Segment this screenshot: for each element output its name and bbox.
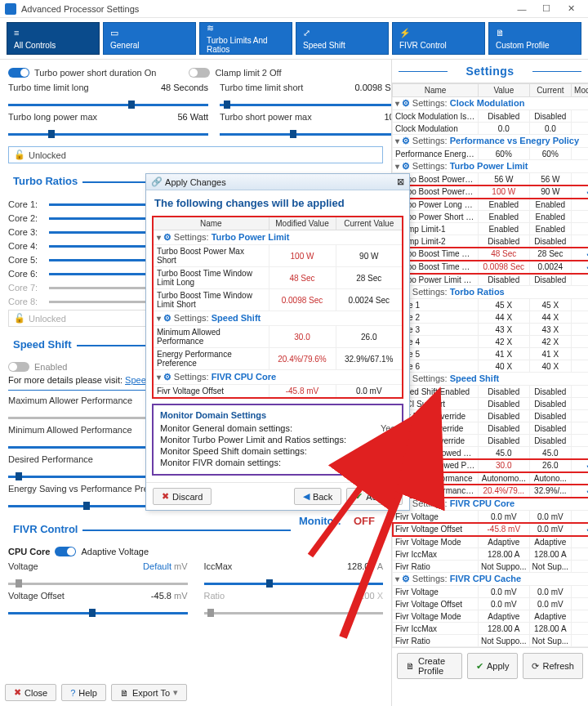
table-row[interactable]: Turbo Boost Time Wind...48 Sec28 Sec✓ [393,248,589,261]
dialog-changes-table: NameModified ValueCurrent Value ⚙ Turbo … [152,216,403,399]
left-buttons: ✖ Close ? Help 🗎 Export To ▾ [0,679,392,706]
dialog-row: Turbo Boost Power Max Short100 W90 W [153,245,403,267]
slider-fivr-voltage[interactable] [8,578,188,589]
table-row[interactable]: Core 343 X43 X [393,324,589,336]
section-fivr: FIVR ControlMonitor: OFF [8,530,383,543]
core-label: Core 7: [8,283,49,293]
core-label: Core 2: [8,213,49,223]
toggle-adaptive-voltage[interactable] [55,547,76,556]
tab-speed-shift[interactable]: ⤢Speed Shift [296,22,389,55]
maximize-button[interactable]: ☐ [534,3,559,14]
table-row[interactable]: Energy Performance Pr...20.4%/79...32.9%… [393,485,589,498]
table-row[interactable]: Fivr Voltage0.0 mV0.0 mV [393,586,589,598]
table-row[interactable]: Performance Energy Po...60%60% [393,148,589,160]
tab-all-controls[interactable]: ≡All Controls [7,22,100,55]
slider-fivr-offset[interactable] [8,607,188,619]
accept-button[interactable]: ✔ Accept [346,488,403,505]
slider-turbo-long-power[interactable] [8,128,208,140]
table-row[interactable]: Core 541 X41 X [393,348,589,360]
table-row[interactable]: Fivr Voltage ModeAdaptiveAdaptive [393,610,589,623]
table-row[interactable]: Epp PECI OverrideDisabledDisabled [393,435,589,447]
close-app-button[interactable]: ✖ Close [5,684,56,701]
settings-group[interactable]: ⚙ Speed Shift [393,373,589,386]
slider-turbo-time-short[interactable] [220,99,392,110]
table-row[interactable]: PECI SupportDisabledDisabled [393,398,589,410]
table-row[interactable]: Max PECI OverrideDisabledDisabled [393,410,589,422]
slider-fivr-ratio[interactable] [204,607,384,619]
table-row[interactable]: Core 640 X40 X [393,360,589,373]
dialog-row: Energy Performance Preference20.4%/79.6%… [153,348,403,370]
tab-custom-profile[interactable]: 🗎Custom Profile [488,22,581,55]
monitor-domain-box: Monitor Domain Settings Monitor General … [152,404,403,476]
apply-changes-dialog: 🔗 Apply Changes⊠ The following changes w… [145,173,410,511]
table-row[interactable]: Turbo Boost Time Wind...0.0098 Sec0.0024… [393,261,589,274]
slider-turbo-time-long[interactable] [8,99,208,110]
dialog-row: Minimum Allowed Performance30.026.0 [153,326,403,348]
slider-turbo-short-power[interactable] [220,128,392,140]
table-row[interactable]: Turbo Power Short Dur...EnabledEnabled [393,211,589,223]
settings-group[interactable]: ⚙ Torbo Ratios [393,286,589,299]
settings-group[interactable]: ⚙ Turbo Power Limit [393,160,589,173]
link-icon: 🔗 [151,176,163,187]
table-row[interactable]: Turbo Power Limit LockDisabledDisabled [393,274,589,286]
tab-fivr-control[interactable]: ⚡FIVR Control [392,22,485,55]
table-row[interactable]: Desired PerformanceAutonomo...Autono... [393,472,589,485]
table-row[interactable]: Speed Shift EnabledDisabledDisabled [393,386,589,398]
table-row[interactable]: Turbo Power Long Dura...EnabledEnabled [393,199,589,211]
core-label: Core 3: [8,227,49,237]
table-row[interactable]: Clamp Limit-1EnabledEnabled [393,223,589,235]
tab-general[interactable]: ▭General [103,22,196,55]
settings-group[interactable]: ⚙ Clock Modulation [393,97,589,110]
table-row[interactable]: Fivr Voltage Offset-45.8 mV0.0 mV✓ [393,523,589,536]
export-button[interactable]: 🗎 Export To ▾ [111,684,187,701]
table-row[interactable]: Clock Modulation IsEna...DisabledDisable… [393,110,589,123]
dialog-close-icon[interactable]: ⊠ [397,176,404,187]
window-title: Advanced Processor Settings [21,4,510,14]
dialog-group: ⚙ Speed Shift [153,311,403,326]
dialog-heading: The following changes will be applied [146,190,409,216]
settings-group[interactable]: ⚙ FIVR CPU Cache [393,573,589,586]
tab-turbo-limits[interactable]: ≋Turbo Limits And Ratios [199,22,292,55]
table-row[interactable]: Min PECI OverrideDisabledDisabled [393,422,589,435]
table-row[interactable]: Fivr Voltage ModeAdaptiveAdaptive [393,536,589,548]
table-row[interactable]: Fivr IccMax128.00 A128.00 A [393,623,589,635]
settings-table: Name Value Current Modified ⚙ Clock Modu… [392,83,588,647]
table-row[interactable]: Clock Modulation0.00.0 [393,123,589,135]
settings-group[interactable]: ⚙ FIVR CPU Core [393,498,589,511]
refresh-button[interactable]: ⟳ Refresh [523,653,583,679]
dialog-row: Fivr Voltage Offset-45.8 mV0.0 mV [153,385,403,399]
toggle-turbo-short[interactable] [8,68,29,78]
table-row[interactable]: Fivr RatioNot Suppo...Not Sup... [393,561,589,573]
table-row[interactable]: Minimum Allowed Perfo...30.026.0✓ [393,459,589,472]
table-row[interactable]: Core 244 X44 X [393,311,589,324]
core-label: Core 1: [8,199,49,209]
toggle-speedshift-enabled[interactable] [8,362,29,372]
table-row[interactable]: Maximum Allowed Perf...45.045.0 [393,447,589,459]
table-row[interactable]: Clamp Limit-2DisabledDisabled [393,235,589,248]
table-row[interactable]: Turbo Boost Power Ma...100 W90 W✓ [393,185,589,199]
minimize-button[interactable]: — [510,4,534,14]
back-button[interactable]: ◀ Back [294,488,341,505]
settings-group[interactable]: ⚙ Performance vs Enegry Policy [393,135,589,148]
table-row[interactable]: Fivr RatioNot Suppo...Not Sup... [393,635,589,647]
table-row[interactable]: Core 442 X42 X [393,336,589,348]
table-row[interactable]: Fivr Voltage0.0 mV0.0 mV [393,511,589,523]
right-buttons: 🗎 Create Profile ✔ Apply ⟳ Refresh [392,647,588,682]
create-profile-button[interactable]: 🗎 Create Profile [397,653,462,679]
dialog-group: ⚙ FIVR CPU Core [153,370,403,385]
dialog-title: Apply Changes [165,177,226,187]
app-icon [5,3,16,15]
slider-fivr-iccmax[interactable] [204,578,384,589]
discard-button[interactable]: ✖ Discard [153,488,212,505]
core-label: Core 8: [8,297,49,306]
table-row[interactable]: Fivr Voltage Offset0.0 mV0.0 mV [393,598,589,610]
close-button[interactable]: ✕ [559,3,583,14]
toggle-clamp-limit[interactable] [189,68,210,78]
category-tabs: ≡All Controls ▭General ≋Turbo Limits And… [0,18,588,60]
core-label: Core 4: [8,241,49,251]
table-row[interactable]: Turbo Boost Power Ma...56 W56 W [393,173,589,185]
apply-button[interactable]: ✔ Apply [467,653,519,679]
help-button[interactable]: ? Help [61,684,106,701]
table-row[interactable]: Core 145 X45 X [393,299,589,311]
table-row[interactable]: Fivr IccMax128.00 A128.00 A [393,548,589,561]
